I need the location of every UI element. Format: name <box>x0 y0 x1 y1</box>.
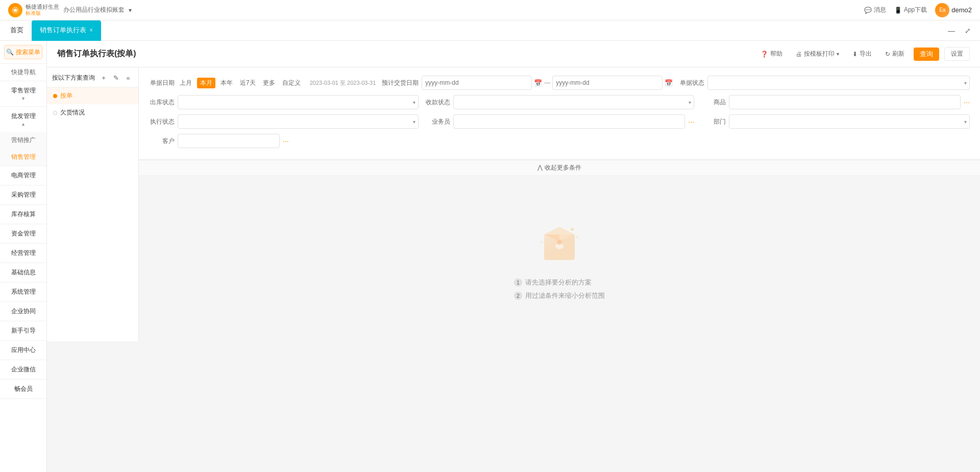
filter-row-1: 单据日期 上月 本月 本年 近7天 更多 自定义 2023-03-01 至 20… <box>149 76 970 90</box>
left-panel-title: 按以下方案查询 <box>52 74 95 82</box>
calendar-icon-2[interactable]: 📅 <box>665 79 673 87</box>
edit-scheme-btn[interactable]: ✎ <box>111 73 121 83</box>
sidebar-member: 畅会员 <box>0 380 46 399</box>
scheme-item-1[interactable]: 欠货情况 <box>47 104 138 121</box>
tip-text-1: 请先选择要分析的方案 <box>525 278 592 287</box>
sidebar-item-marketing[interactable]: 营销推广 <box>0 132 46 149</box>
empty-tip-2: 2 用过滤条件来缩小分析范围 <box>514 291 605 300</box>
scheme-label-0: 按单 <box>60 91 72 100</box>
receive-status-select[interactable] <box>453 95 694 109</box>
sidebar-item-wechat[interactable]: 企业微信 <box>0 360 46 379</box>
sidebar-inventory: 库存核算 <box>0 205 46 224</box>
date-tab-last-month[interactable]: 上月 <box>178 78 194 88</box>
sidebar-finance: 资金管理 <box>0 224 46 244</box>
breadcrumb-dropdown[interactable]: ▾ <box>129 7 132 14</box>
dept-field: 部门 ▾ <box>700 114 970 129</box>
exec-status-select[interactable] <box>178 114 419 129</box>
exec-status-field: 执行状态 ▾ <box>149 114 419 129</box>
collapse-label: 收起更多条件 <box>545 164 581 171</box>
order-status-select[interactable] <box>707 76 970 90</box>
sidebar-item-newbie[interactable]: 新手引导 <box>0 321 46 340</box>
message-btn[interactable]: 💬 消息 <box>864 6 886 14</box>
header-right: 💬 消息 📱 App下载 Ea demo2 <box>864 3 972 17</box>
order-status-select-wrapper: ▾ <box>707 76 970 90</box>
sidebar-item-enterprise[interactable]: 企业协同 <box>0 302 46 321</box>
sidebar-item-purchase[interactable]: 采购管理 <box>0 185 46 204</box>
customer-input[interactable] <box>178 134 280 148</box>
svg-point-6 <box>541 241 543 243</box>
receive-status-field: 收款状态 ▾ <box>425 95 694 109</box>
print-btn[interactable]: 🖨 按模板打印 ▾ <box>792 48 843 60</box>
query-btn[interactable]: 查询 <box>914 48 939 61</box>
left-panel-icons: + ✎ « <box>99 73 133 83</box>
export-btn[interactable]: ⬇ 导出 <box>848 48 876 60</box>
print-icon: 🖨 <box>796 51 802 58</box>
calendar-icon-1[interactable]: 📅 <box>534 79 542 87</box>
page-title: 销售订单执行表(按单) <box>57 49 136 59</box>
logo-area: 畅捷通好生意 标准版 <box>8 3 59 17</box>
sidebar-search-area: 🔍 搜索菜单 <box>0 41 46 64</box>
empty-state: 1 请先选择要分析的方案 2 用过滤条件来缩小分析范围 <box>139 176 980 341</box>
date-tab-this-month[interactable]: 本月 <box>197 78 215 88</box>
main-layout: 🔍 搜索菜单 快捷导航 零售管理 ▼ 批发管理 ▲ 营销推广 销售管理 电商管理 <box>0 41 980 472</box>
tab-minimize-btn[interactable]: — <box>945 25 958 37</box>
app-download-btn[interactable]: 📱 App下载 <box>894 6 927 14</box>
salesperson-input[interactable] <box>453 114 685 129</box>
sidebar-basic: 基础信息 <box>0 263 46 282</box>
collapse-icon: ⋀ <box>537 164 544 171</box>
tab-close-btn[interactable]: × <box>89 27 93 34</box>
refresh-btn[interactable]: ↻ 刷新 <box>881 48 909 60</box>
collapse-panel-btn[interactable]: « <box>123 73 133 83</box>
sidebar-item-inventory[interactable]: 库存核算 <box>0 205 46 224</box>
date-tab-last-7days[interactable]: 近7天 <box>238 78 258 88</box>
scheme-label-1: 欠货情况 <box>60 108 85 117</box>
date-range-text: 2023-03-01 至 2023-03-31 <box>310 79 376 87</box>
sidebar-item-wholesale[interactable]: 批发管理 ▲ <box>0 107 46 132</box>
sidebar-enterprise: 企业协同 <box>0 302 46 321</box>
sidebar-newbie: 新手引导 <box>0 321 46 341</box>
help-btn[interactable]: ❓ 帮助 <box>756 48 787 60</box>
search-icon: 🔍 <box>6 49 14 56</box>
dept-select[interactable] <box>729 114 970 129</box>
product-ellipsis-btn[interactable]: ··· <box>964 98 970 106</box>
filter-form-area: 单据日期 上月 本月 本年 近7天 更多 自定义 2023-03-01 至 20… <box>139 67 980 160</box>
quick-nav-btn[interactable]: 快捷导航 <box>4 68 42 77</box>
scheme-item-0[interactable]: 按单 <box>47 87 138 104</box>
expected-date-end[interactable] <box>552 76 663 90</box>
user-area[interactable]: Ea demo2 <box>935 3 972 17</box>
date-tab-more[interactable]: 更多 <box>261 78 277 88</box>
search-menu-btn[interactable]: 🔍 搜索菜单 <box>4 45 42 59</box>
stock-status-select[interactable] <box>178 95 419 109</box>
add-scheme-btn[interactable]: + <box>99 73 109 83</box>
salesperson-ellipsis-btn[interactable]: ··· <box>688 117 694 126</box>
receive-status-wrapper: ▾ <box>453 95 694 109</box>
product-field: 商品 ··· <box>700 95 970 109</box>
date-tab-custom[interactable]: 自定义 <box>280 78 303 88</box>
tab-home[interactable]: 首页 <box>2 20 32 41</box>
sidebar-item-retail[interactable]: 零售管理 ▼ <box>0 81 46 106</box>
sidebar-item-sales-mgmt[interactable]: 销售管理 <box>0 149 46 166</box>
date-separator: — <box>544 79 550 86</box>
sidebar-item-member[interactable]: 畅会员 <box>0 380 46 398</box>
message-icon: 💬 <box>864 7 872 14</box>
sidebar-item-operations[interactable]: 经营管理 <box>0 244 46 263</box>
search-label: 搜索菜单 <box>16 48 40 57</box>
product-input[interactable] <box>729 95 961 109</box>
collapse-bar[interactable]: ⋀ 收起更多条件 <box>139 160 980 176</box>
date-tab-this-year[interactable]: 本年 <box>218 78 235 88</box>
sidebar-item-basic[interactable]: 基础信息 <box>0 263 46 282</box>
receive-status-label: 收款状态 <box>425 98 450 107</box>
stock-status-field: 出库状态 ▾ <box>149 95 419 109</box>
sidebar-item-app-center[interactable]: 应用中心 <box>0 341 46 360</box>
sidebar-item-ecommerce[interactable]: 电商管理 <box>0 166 46 185</box>
expected-date-start[interactable] <box>422 76 532 90</box>
sidebar-item-finance[interactable]: 资金管理 <box>0 224 46 243</box>
customer-ellipsis-btn[interactable]: ··· <box>283 137 289 145</box>
tab-controls: — ⤢ <box>945 25 978 37</box>
sidebar-item-system[interactable]: 系统管理 <box>0 282 46 301</box>
settings-btn[interactable]: 设置 <box>944 47 970 61</box>
tab-sales-order[interactable]: 销售订单执行表 × <box>32 20 101 41</box>
tab-maximize-btn[interactable]: ⤢ <box>962 25 974 37</box>
app-icon: 📱 <box>894 7 902 14</box>
dept-label: 部门 <box>700 117 726 126</box>
